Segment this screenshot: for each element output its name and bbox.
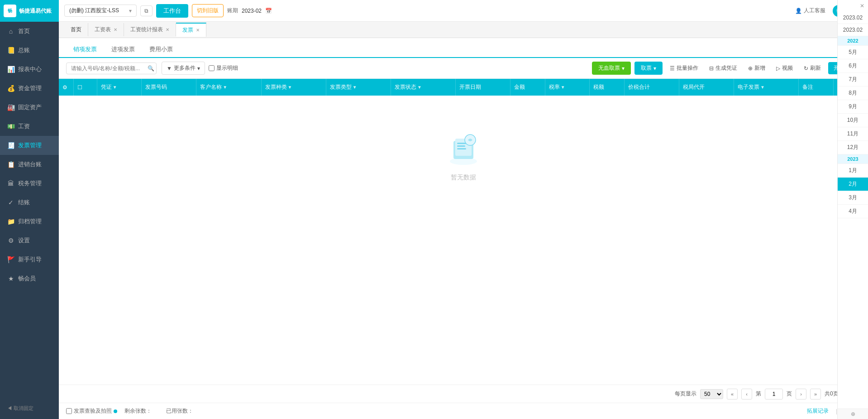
first-page-button[interactable]: « [727,389,738,400]
pick-button[interactable]: 取票 ▾ [634,62,663,75]
sidebar-icon: ⌂ [7,28,14,35]
filter-icon: ▼ [167,65,172,72]
tab-工资表[interactable]: 工资表✕ [88,23,124,36]
sidebar-icon: ★ [7,275,14,282]
col-settings: ⚙ [59,79,73,96]
sidebar-icon: 🏛 [7,180,14,187]
sidebar-item-新手引导[interactable]: 🚩新手引导 [0,250,59,269]
date-item-2023.02[interactable]: 2023.02 [838,24,868,36]
service-icon: 👤 [795,8,802,14]
logo-icon: 畅 [4,5,16,17]
date-item-2023.02[interactable]: 2023.02 [838,12,868,24]
last-page-button[interactable]: » [810,389,821,400]
filter-icon[interactable]: ▼ [113,85,117,90]
sidebar-item-进销台账[interactable]: 📋进销台账 [0,155,59,174]
dropdown-arrow-icon: ▾ [653,65,656,72]
sidebar-item-总账[interactable]: 📒总账 [0,41,59,60]
sidebar-label: 总账 [18,46,30,54]
check-label[interactable]: 发票查验及拍照 [66,407,117,415]
date-panel-close-button[interactable]: ✕ [858,2,866,10]
subtab-进项发票[interactable]: 进项发票 [104,42,142,58]
filter-icon[interactable]: ▼ [561,85,565,90]
date-item-9月[interactable]: 9月 [838,100,868,114]
filter-icon[interactable]: ▼ [223,85,227,90]
sidebar-toggle[interactable]: ◀ 取消固定 [5,402,54,414]
page-size-select[interactable]: 501020100 [700,389,723,399]
tab-close-icon[interactable]: ✕ [114,27,117,32]
check-checkbox[interactable] [66,408,72,414]
sidebar-item-固定资产[interactable]: 🏭固定资产 [0,98,59,117]
add-record-link[interactable]: 拓展记录 [807,407,829,415]
video-button[interactable]: ▷ 视频 [773,63,796,74]
show-detail-checkbox[interactable]: 显示明细 [209,64,238,72]
workspace-button[interactable]: 工作台 [156,4,188,18]
sidebar-item-发票管理[interactable]: 🧾发票管理 [0,136,59,155]
subtab-销项发票[interactable]: 销项发票 [66,42,104,58]
tab-close-icon[interactable]: ✕ [196,28,200,33]
sidebar-item-首页[interactable]: ⌂首页 [0,22,59,41]
date-panel-expand-button[interactable]: ⊕ [838,409,868,419]
search-icon[interactable]: 🔍 [148,65,154,72]
tab-发票[interactable]: 发票✕ [176,23,206,37]
date-item-8月[interactable]: 8月 [838,87,868,100]
tab-close-icon[interactable]: ✕ [166,27,169,32]
sidebar-label: 归档管理 [18,217,42,226]
new-button[interactable]: ⊕ 新增 [744,63,769,74]
col-invoice_type: 发票种类▼ [261,79,326,96]
filter-icon[interactable]: ▼ [417,85,422,90]
filter-icon[interactable]: ▼ [353,85,357,90]
company-selector[interactable]: (勿删) 江西股宝-LSS ▾ [64,5,137,17]
year-label-2023: 2023 [838,154,868,164]
date-item-7月[interactable]: 7月 [838,73,868,87]
date-item-1月[interactable]: 1月 [838,164,868,178]
col-date: 开票日期 [456,79,510,96]
date-item-2月[interactable]: 2月 [838,178,868,191]
bulk-ops-button[interactable]: ☰ 批量操作 [666,63,702,74]
col-status: 发票状态▼ [391,79,456,96]
page-input[interactable] [765,389,783,400]
date-item-12月[interactable]: 12月 [838,141,868,154]
tab-工资统计报表[interactable]: 工资统计报表✕ [124,23,176,36]
tab-首页[interactable]: 首页 [64,23,88,36]
col-type2: 发票类型▼ [326,79,391,96]
no-pick-button[interactable]: 无血取票 ▾ [592,62,631,75]
date-item-6月[interactable]: 6月 [838,59,868,73]
date-item-5月[interactable]: 5月 [838,46,868,59]
prev-page-button[interactable]: ‹ [741,389,752,400]
sidebar-item-设置[interactable]: ⚙设置 [0,231,59,250]
sidebar-item-报表中心[interactable]: 📊报表中心 [0,60,59,79]
sidebar-item-工资[interactable]: 💵工资 [0,117,59,136]
customer-service-button[interactable]: 👤 人工客服 [795,7,825,14]
toolbar: 🔍 ▼ 更多条件 ▾ 显示明细 无血取票 ▾ 取票 ▾ ☰ 批量操作 [59,58,868,79]
switch-version-button[interactable]: 切到旧版 [192,4,224,17]
copy-button[interactable]: ⧉ [140,5,153,16]
next-page-button[interactable]: › [796,389,806,400]
sidebar-item-税务管理[interactable]: 🏛税务管理 [0,174,59,193]
more-filter-button[interactable]: ▼ 更多条件 ▾ [162,62,205,75]
sidebar-item-资金管理[interactable]: 💰资金管理 [0,79,59,98]
date-item-3月[interactable]: 3月 [838,191,868,205]
generate-voucher-button[interactable]: ⊟ 生成凭证 [706,63,741,74]
filter-icon[interactable]: ▼ [760,85,765,90]
calendar-icon[interactable]: 📅 [265,8,272,14]
sidebar-icon: ✓ [7,199,14,206]
svg-rect-5 [457,148,466,149]
refresh-button[interactable]: ↻ 刷新 [800,63,825,74]
search-input[interactable] [66,63,157,74]
sidebar-label: 结账 [18,198,30,207]
voucher-icon: ⊟ [709,65,714,72]
subtab-费用小票[interactable]: 费用小票 [142,42,180,58]
sidebar-item-归档管理[interactable]: 📁归档管理 [0,212,59,231]
date-item-11月[interactable]: 11月 [838,127,868,141]
filter-dropdown-icon: ▾ [197,65,200,72]
date-item-10月[interactable]: 10月 [838,114,868,127]
sidebar-item-畅会员[interactable]: ★畅会员 [0,269,59,288]
tab-label: 工资表 [95,26,111,34]
date-item-4月[interactable]: 4月 [838,205,868,218]
filter-icon[interactable]: ▼ [288,85,292,90]
sidebar-label: 税务管理 [18,179,42,188]
sidebar-icon: 📋 [7,161,14,168]
tab-label: 发票 [182,26,193,34]
sidebar-item-结账[interactable]: ✓结账 [0,193,59,212]
sidebar-label: 固定资产 [18,103,42,111]
